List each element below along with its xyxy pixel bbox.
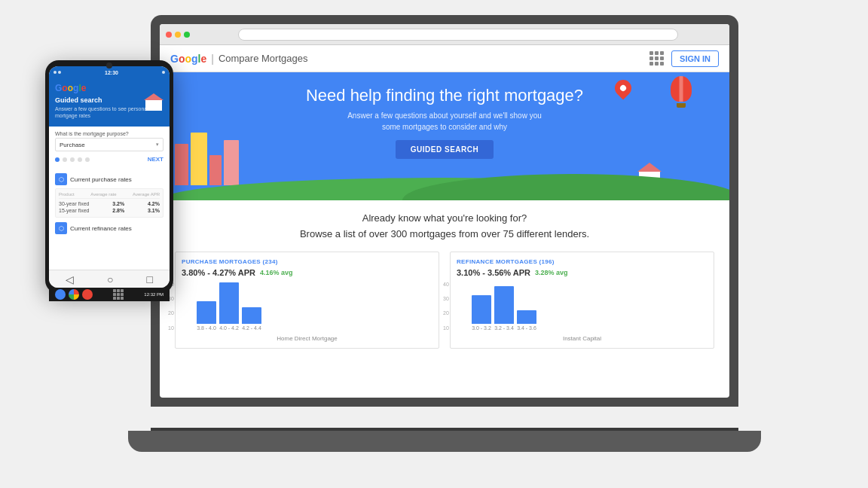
laptop-body: Google | Compare Mortgages SIGN IN <box>151 15 738 407</box>
signal-icon <box>53 71 57 74</box>
phone-dropdown[interactable]: Purchase ▾ <box>55 138 164 151</box>
header-right: SIGN IN <box>649 50 719 67</box>
charts-row: PURCHASE MORTGAGES (234) 3.80% - 4.27% A… <box>175 252 714 349</box>
dot-2 <box>63 157 67 162</box>
refinance-rate-avg: 3.28% avg <box>535 269 568 276</box>
statusbar-time: 12:30 <box>105 70 118 75</box>
building-2 <box>191 133 207 185</box>
browse-title: Already know what you're looking for? Br… <box>175 211 714 242</box>
logo-compare: Compare <box>219 53 258 64</box>
hero-subtitle-line1: Answer a few questions about yourself an… <box>347 111 542 120</box>
back-button[interactable]: ◁ <box>66 273 74 285</box>
refinance-chart: REFINANCE MORTGAGES (196) 3.10% - 3.56% … <box>450 252 714 349</box>
balloon-body <box>671 76 692 102</box>
refinance-lender: Instant Capital <box>457 335 708 342</box>
building-4 <box>224 140 239 185</box>
phone-content: What is the mortgage purpose? Purchase ▾… <box>49 127 170 270</box>
phone-next-button[interactable]: NEXT <box>148 156 164 163</box>
recents-button[interactable]: □ <box>147 273 153 285</box>
taskbar-grid-icon[interactable] <box>113 289 124 300</box>
rbar-group-1: 3.0 - 3.2 <box>472 295 491 331</box>
browser-chrome <box>160 24 729 45</box>
y-label-20: 20 <box>168 310 174 316</box>
refinance-chart-wrapper: 40 30 20 10 3.0 - 3.2 <box>457 282 708 331</box>
guided-search-button[interactable]: GUIDED SEARCH <box>396 140 494 159</box>
rbar-label-2: 3.2 - 3.4 <box>494 325 514 331</box>
phone-section1: ⬡ Current purchase rates <box>55 173 164 185</box>
site-logo: Google | Compare Mortgages <box>170 53 307 65</box>
building-1 <box>175 144 188 185</box>
phone-navigation: ◁ ○ □ <box>49 270 170 288</box>
ph-house-body <box>145 100 162 111</box>
col-avg-apr: Average APR <box>133 192 160 197</box>
taskbar-right: 12:32 PM <box>144 292 164 297</box>
table-row-2: 15-year fixed 2.8% 3.1% <box>59 207 160 214</box>
dot-4 <box>78 157 82 162</box>
bar-1 <box>197 301 216 324</box>
laptop-base <box>128 431 761 452</box>
bar-3 <box>242 307 261 324</box>
product-2: 15-year fixed <box>59 208 89 213</box>
phone-section2: ⬡ Current refinance rates <box>55 222 164 234</box>
phone-camera <box>106 63 112 69</box>
section2-label: Current refinance rates <box>70 225 132 232</box>
rate-2: 2.8% <box>112 208 124 213</box>
bar-group-3: 4.2 - 4.4 <box>242 307 261 331</box>
bar-label-3: 4.2 - 4.4 <box>242 325 261 331</box>
col-product: Product <box>59 192 75 197</box>
home-button[interactable]: ○ <box>107 273 113 285</box>
apps-grid-icon[interactable] <box>649 51 664 66</box>
statusbar-right-icons <box>162 71 165 74</box>
phone-taskbar: 12:32 PM <box>49 288 170 301</box>
dropdown-arrow-icon: ▾ <box>156 142 159 148</box>
y-label-10: 10 <box>168 325 174 331</box>
section1-icon: ⬡ <box>55 173 67 185</box>
wifi-icon <box>58 71 61 74</box>
rbar-group-3: 3.4 - 3.6 <box>517 310 536 331</box>
ry-label-20: 20 <box>443 310 449 316</box>
browser-url-bar[interactable] <box>238 29 678 41</box>
city-illustration <box>175 133 239 185</box>
rbar-label-1: 3.0 - 3.2 <box>472 325 491 331</box>
phone-google-logo: Google <box>55 83 164 93</box>
rbar-group-2: 3.2 - 3.4 <box>494 286 514 331</box>
house-roof <box>637 163 662 172</box>
rbar-label-3: 3.4 - 3.6 <box>517 325 536 331</box>
taskbar-icon-1[interactable] <box>55 289 66 300</box>
taskbar-icon-3[interactable] <box>82 289 93 300</box>
refinance-rate-range: 3.10% - 3.56% APR <box>457 268 530 277</box>
logo-divider: | <box>211 53 214 65</box>
dot-1 <box>55 157 60 162</box>
purchase-rate-avg: 4.16% avg <box>260 269 293 276</box>
building-3 <box>209 155 222 185</box>
battery-icon <box>162 71 165 74</box>
sign-in-button[interactable]: SIGN IN <box>671 50 719 67</box>
phone-hero: Google Guided search Answer a few questi… <box>49 78 170 127</box>
bar-group-2: 4.0 - 4.2 <box>219 282 239 331</box>
product-1: 30-year fixed <box>59 201 89 206</box>
balloon-icon <box>671 76 692 108</box>
browser-minimize-btn[interactable] <box>175 32 181 38</box>
phone-screen: 12:30 Google Guided search Answer a few … <box>49 66 170 288</box>
bar-group-1: 3.8 - 4.0 <box>197 301 216 331</box>
refinance-y-axis: 40 30 20 10 <box>443 282 449 331</box>
browse-title-line2: Browse a list of over 300 mortgages from… <box>175 227 714 242</box>
apr-1: 4.2% <box>148 201 160 206</box>
purchase-chart-title: PURCHASE MORTGAGES (234) <box>182 258 432 265</box>
logo-g: G <box>170 53 179 65</box>
table-row-1: 30-year fixed 3.2% 4.2% <box>59 200 160 207</box>
logo-o2: o <box>185 53 191 65</box>
purchase-chart-rate: 3.80% - 4.27% APR 4.16% avg <box>182 268 432 277</box>
browser-maximize-btn[interactable] <box>184 32 190 38</box>
laptop: Google | Compare Mortgages SIGN IN <box>151 15 738 452</box>
phone-table-header: Product Average rate Average APR <box>59 192 160 199</box>
purchase-chart-wrapper: 40 30 20 10 3.8 - 4.0 <box>182 282 432 331</box>
rate-1: 3.2% <box>112 201 124 206</box>
dropdown-value: Purchase <box>60 142 85 148</box>
site-header: Google | Compare Mortgages SIGN IN <box>160 45 729 72</box>
hero-subtitle-line2: some mortgages to consider and why <box>382 123 507 131</box>
bar-2 <box>219 282 239 324</box>
taskbar-icon-2[interactable] <box>69 289 79 300</box>
browser-close-btn[interactable] <box>166 32 172 38</box>
purchase-chart: PURCHASE MORTGAGES (234) 3.80% - 4.27% A… <box>175 252 439 349</box>
